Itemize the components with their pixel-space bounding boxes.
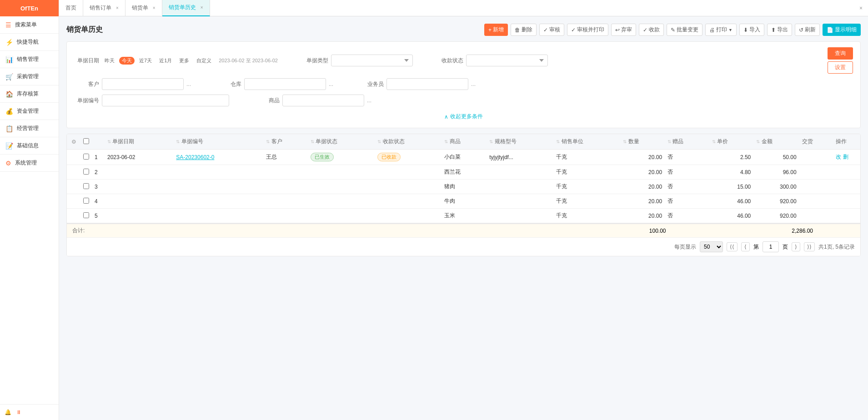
col-customer[interactable]: ⇅ 客户: [263, 134, 308, 150]
print-icon: 🖨: [709, 27, 715, 33]
col-date[interactable]: ⇅ 单据日期: [105, 134, 173, 150]
sidebar-item-sales-mgmt[interactable]: 📊 销售管理: [0, 51, 59, 68]
tab-sales-goods[interactable]: 销货单 ×: [125, 0, 162, 16]
tab-sales-goods-close[interactable]: ×: [153, 5, 156, 10]
tab-sales-order-close[interactable]: ×: [116, 5, 119, 10]
sidebar: OfTEn ☰ 搜索菜单 ⚡ 快捷导航 📊 销售管理 🛒 采购管理 🏠 库存核算…: [0, 0, 59, 420]
per-page-select[interactable]: 50 100: [700, 241, 723, 252]
query-button[interactable]: 查询: [828, 47, 853, 60]
sidebar-item-finance-mgmt[interactable]: 💰 资金管理: [0, 103, 59, 120]
warehouse-label: 仓库: [216, 80, 241, 88]
sales-mgmt-icon: 📊: [5, 56, 13, 63]
settings-button[interactable]: 设置: [828, 61, 853, 74]
sidebar-item-label: 基础信息: [17, 142, 39, 150]
sidebar-item-search-menu[interactable]: ☰ 搜索菜单: [0, 16, 59, 34]
prev-page-button[interactable]: ⟨: [741, 242, 750, 251]
cell-unit: 千克: [553, 194, 620, 209]
refresh-button[interactable]: ↺ 刷新: [795, 24, 820, 36]
show-detail-button[interactable]: 📄 显示明细: [823, 24, 861, 36]
row-checkbox[interactable]: [83, 154, 89, 160]
customer-input[interactable]: [102, 78, 184, 90]
date-tag-more[interactable]: 更多: [176, 57, 192, 65]
first-page-button[interactable]: ⟨⟨: [727, 242, 738, 251]
goods-dots[interactable]: ...: [367, 97, 371, 104]
sort-icon: ⇅: [176, 139, 180, 144]
table-body: 1 2023-06-02 SA-20230602-0 王总 已生效 已收款 小白…: [67, 150, 860, 223]
col-docnum[interactable]: ⇅ 单据编号: [173, 134, 263, 150]
print-button[interactable]: 🖨 打印 ▼: [705, 24, 737, 36]
cell-qty: 20.00: [620, 165, 665, 180]
col-qty[interactable]: ⇅ 数量: [620, 134, 665, 150]
salesman-input[interactable]: [386, 78, 468, 90]
salesman-dots[interactable]: ...: [471, 81, 476, 87]
sidebar-item-inventory[interactable]: 🏠 库存核算: [0, 85, 59, 103]
edit-action[interactable]: 改: [836, 154, 841, 160]
col-gift[interactable]: ⇅ 赠品: [665, 134, 709, 150]
table-footer: 合计: 100.00 2,286.00: [67, 223, 860, 237]
date-tag-custom[interactable]: 自定义: [194, 57, 214, 65]
doc-num-link[interactable]: SA-20230602-0: [176, 154, 214, 160]
row-checkbox[interactable]: [83, 169, 89, 175]
page-number-input[interactable]: [763, 241, 779, 252]
audit-print-button[interactable]: ✓ 审核并打印: [567, 24, 608, 36]
cell-date: [105, 180, 173, 194]
tab-bar-close[interactable]: ×: [854, 5, 868, 11]
sidebar-item-basic-info[interactable]: 📝 基础信息: [0, 137, 59, 155]
batch-change-button[interactable]: ✎ 批量变更: [667, 24, 702, 36]
tab-sales-history[interactable]: 销货单历史 ×: [162, 0, 210, 16]
col-amount[interactable]: ⇅ 金额: [753, 134, 799, 150]
date-tag-1month[interactable]: 近1月: [156, 57, 175, 65]
sidebar-item-quick-nav[interactable]: ⚡ 快捷导航: [0, 34, 59, 51]
doc-type-select[interactable]: [331, 55, 413, 66]
row-checkbox[interactable]: [83, 183, 89, 189]
last-page-button[interactable]: ⟩⟩: [804, 242, 815, 251]
warehouse-input[interactable]: [244, 78, 326, 90]
col-price[interactable]: ⇅ 单价: [709, 134, 754, 150]
date-tag-7days[interactable]: 近7天: [136, 57, 155, 65]
cell-trade: [799, 194, 833, 209]
sidebar-item-sys-mgmt[interactable]: ⚙ 系统管理: [0, 155, 59, 172]
row-checkbox[interactable]: [83, 198, 89, 204]
discard-button[interactable]: ↩ 弃审: [611, 24, 636, 36]
audit-button[interactable]: ✓ 审核: [539, 24, 564, 36]
col-goods[interactable]: ⇅ 商品: [442, 134, 487, 150]
tab-sales-history-close[interactable]: ×: [201, 5, 203, 10]
gear-icon[interactable]: ⚙: [71, 139, 76, 145]
customer-dots[interactable]: ...: [186, 81, 191, 87]
new-button[interactable]: + 新增: [484, 24, 508, 36]
sidebar-item-purchase-mgmt[interactable]: 🛒 采购管理: [0, 68, 59, 85]
delete-button[interactable]: 🗑 删除: [511, 24, 537, 36]
row-checkbox[interactable]: [83, 212, 89, 218]
goods-input[interactable]: [282, 95, 364, 106]
next-page-button[interactable]: ⟩: [792, 242, 800, 251]
page-label: 第: [753, 243, 759, 251]
cell-checkbox: [80, 150, 92, 165]
doc-num-input[interactable]: [102, 95, 229, 106]
cell-price: 15.00: [709, 180, 754, 194]
col-docstatus[interactable]: ⇅ 单据状态: [308, 134, 375, 150]
import-label: 导入: [749, 26, 760, 34]
collect-button[interactable]: ✓ 收款: [639, 24, 664, 36]
notification-icon[interactable]: 🔔: [5, 409, 11, 415]
export-button[interactable]: ⬆ 导出: [767, 24, 792, 36]
date-tag-today[interactable]: 今天: [119, 57, 135, 65]
col-unit[interactable]: ⇅ 销售单位: [553, 134, 620, 150]
tab-home[interactable]: 首页: [59, 0, 83, 16]
col-collectstatus[interactable]: ⇅ 收款状态: [375, 134, 442, 150]
select-all-checkbox[interactable]: [83, 138, 89, 144]
col-spec[interactable]: ⇅ 规格型号: [487, 134, 553, 150]
quick-nav-icon: ⚡: [5, 39, 13, 46]
collect-label: 收款: [649, 26, 660, 34]
date-tag-yesterday[interactable]: 昨天: [102, 57, 117, 65]
cell-goods: 牛肉: [442, 194, 487, 209]
tab-sales-order[interactable]: 销售订单 ×: [83, 0, 125, 16]
warehouse-dots[interactable]: ...: [329, 81, 333, 87]
pagination: 每页显示 50 100 ⟨⟨ ⟨ 第 页 ⟩ ⟩⟩ 共1页, 5条记录: [67, 237, 860, 256]
sidebar-item-ops-mgmt[interactable]: 📋 经营管理: [0, 120, 59, 137]
import-button[interactable]: ⬇ 导入: [739, 24, 764, 36]
collapse-button[interactable]: ∧ 收起更多条件: [439, 111, 488, 122]
delete-action[interactable]: 删: [843, 154, 848, 160]
pause-icon[interactable]: ⏸: [16, 409, 21, 415]
toolbar: + 新增 🗑 删除 ✓ 审核 ✓ 审核并打印 ↩ 弃审: [484, 24, 861, 36]
collect-status-select[interactable]: [466, 55, 548, 66]
